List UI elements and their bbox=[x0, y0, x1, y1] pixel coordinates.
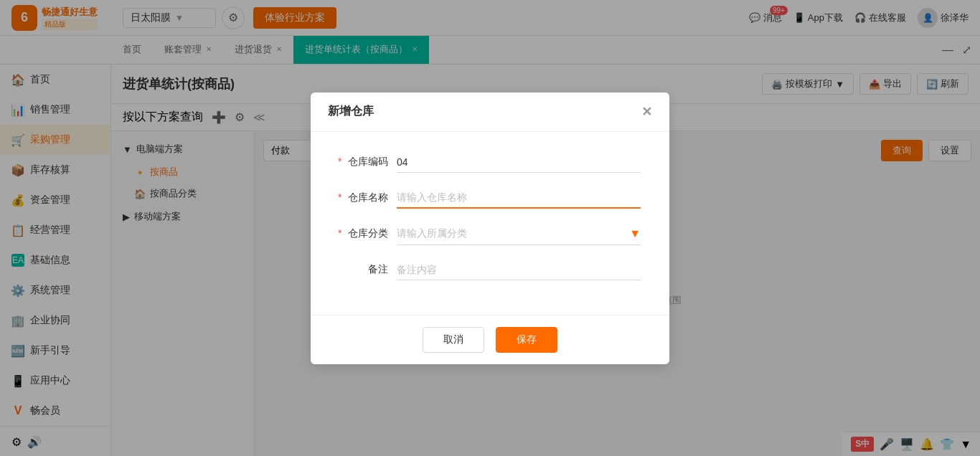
category-placeholder: 请输入所属分类 bbox=[397, 227, 467, 240]
form-row-category: 仓库分类 请输入所属分类 ▼ bbox=[339, 223, 641, 245]
category-arrow-icon: ▼ bbox=[629, 227, 641, 240]
category-label: 仓库分类 bbox=[339, 227, 397, 240]
warehouse-code-input[interactable] bbox=[397, 152, 641, 173]
warehouse-category-select[interactable]: 请输入所属分类 ▼ bbox=[397, 223, 641, 245]
code-label: 仓库编码 bbox=[339, 156, 397, 168]
dialog-close-btn[interactable]: ✕ bbox=[641, 104, 652, 120]
cancel-btn[interactable]: 取消 bbox=[423, 327, 484, 353]
warehouse-name-input[interactable] bbox=[397, 187, 641, 209]
form-row-name: 仓库名称 bbox=[339, 187, 641, 209]
remark-label: 备注 bbox=[339, 263, 397, 276]
modal-overlay: 新增仓库 ✕ 仓库编码 仓库名称 仓库分类 请输入所属分类 ▼ bbox=[0, 0, 980, 456]
add-warehouse-dialog: 新增仓库 ✕ 仓库编码 仓库名称 仓库分类 请输入所属分类 ▼ bbox=[311, 92, 669, 364]
form-row-code: 仓库编码 bbox=[339, 152, 641, 173]
name-label: 仓库名称 bbox=[339, 191, 397, 204]
remark-input[interactable] bbox=[397, 260, 641, 280]
dialog-title: 新增仓库 bbox=[328, 104, 374, 119]
dialog-body: 仓库编码 仓库名称 仓库分类 请输入所属分类 ▼ 备注 bbox=[311, 132, 669, 315]
form-row-remark: 备注 bbox=[339, 260, 641, 280]
dialog-footer: 取消 保存 bbox=[311, 315, 669, 364]
dialog-header: 新增仓库 ✕ bbox=[311, 92, 669, 132]
save-btn[interactable]: 保存 bbox=[496, 327, 557, 353]
